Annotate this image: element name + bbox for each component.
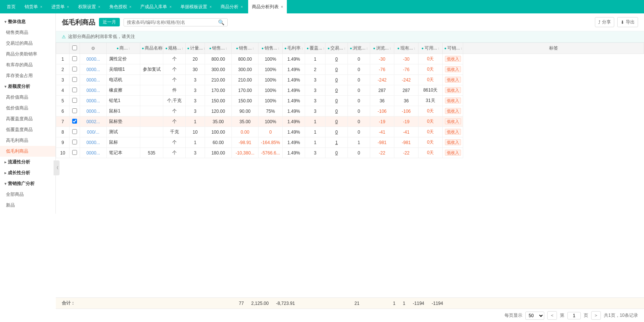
row-checkbox[interactable]	[72, 87, 77, 92]
search-icon[interactable]: 🔍	[218, 19, 224, 25]
row-checkbox[interactable]	[72, 56, 77, 61]
nav-close-role[interactable]: ×	[129, 5, 132, 9]
cell-checkbox[interactable]	[70, 148, 80, 158]
sort-icon-6[interactable]: ↕	[252, 47, 254, 50]
nav-product-analysis-list[interactable]: 商品分析列表 ×	[248, 0, 287, 13]
export-button[interactable]: ⬇ 导出	[617, 17, 638, 27]
cell-view1[interactable]: 0	[326, 64, 348, 75]
table-container[interactable]: ⚙ ●商...↕ ●商品名称↕ ●规格...↕ ●计量...↕	[56, 42, 644, 297]
sidebar-item-high-coverage[interactable]: 高覆盖度商品	[0, 114, 55, 124]
sidebar-section-growth[interactable]: ▸ 成长性分析	[0, 168, 55, 178]
next-page-btn[interactable]: ＞	[591, 311, 601, 320]
page-input[interactable]	[567, 312, 581, 319]
sidebar-item-high-value[interactable]: 高价值商品	[0, 92, 55, 103]
cell-view1[interactable]: 0	[326, 96, 348, 106]
cell-checkbox[interactable]	[70, 85, 80, 96]
sidebar-item-all-goods[interactable]: 全部商品	[0, 189, 55, 200]
sort-icon-13[interactable]: ↕	[414, 47, 416, 50]
nav-close-product[interactable]: ×	[169, 5, 172, 9]
settings-icon[interactable]: ⚙	[91, 46, 95, 51]
th-settings[interactable]: ⚙	[80, 43, 107, 54]
nav-template[interactable]: 单据模板设置 ×	[177, 0, 215, 13]
nav-purchase[interactable]: 进货单 ×	[48, 0, 73, 13]
sidebar-item-high-margin[interactable]: 高毛利商品	[0, 135, 55, 146]
cell-sales-qty: 1	[186, 137, 205, 148]
sort-icon-15[interactable]: ↕	[461, 47, 462, 50]
cell-sales-price: 60.00	[205, 137, 232, 148]
sort-icon-14[interactable]: ↕	[438, 47, 440, 50]
row-checkbox[interactable]	[72, 98, 77, 103]
nav-close-permission[interactable]: ×	[98, 5, 100, 9]
row-checkbox[interactable]	[72, 108, 77, 113]
search-input[interactable]	[127, 20, 218, 25]
cell-view1[interactable]: 0	[326, 127, 348, 137]
cell-checkbox[interactable]	[70, 75, 80, 85]
sort-icon[interactable]: ↕	[128, 47, 130, 50]
cell-view1[interactable]: 0	[326, 106, 348, 117]
cell-view1[interactable]: 1	[326, 137, 348, 148]
cell-view1[interactable]: 0	[326, 75, 348, 85]
cell-view1[interactable]: 0	[326, 54, 348, 64]
nav-close-template[interactable]: ×	[209, 5, 212, 9]
sidebar-item-traded-goods[interactable]: 交易过的商品	[0, 38, 55, 49]
sort-icon-10[interactable]: ↕	[344, 47, 346, 50]
th-saleable: ●可销...↕	[443, 43, 463, 54]
share-button[interactable]: ⤴ 分享	[595, 17, 614, 27]
sidebar-item-low-value[interactable]: 低价值商品	[0, 103, 55, 114]
cell-view1[interactable]: 0	[326, 117, 348, 127]
sidebar-item-capital-usage[interactable]: 库存资金占用	[0, 70, 55, 81]
sort-icon-3[interactable]: ↕	[182, 47, 183, 50]
row-checkbox[interactable]	[72, 129, 77, 134]
cell-view1[interactable]: 0	[326, 148, 348, 158]
sort-icon-9[interactable]: ↕	[323, 47, 325, 50]
nav-permission[interactable]: 权限设置 ×	[74, 0, 104, 13]
notice-text: 这部分商品的利润非常低，请关注	[68, 34, 135, 40]
cell-checkbox[interactable]	[70, 54, 80, 64]
nav-product-in[interactable]: 产成品入库单 ×	[137, 0, 175, 13]
sidebar-item-category-rate[interactable]: 商品分类助销率	[0, 49, 55, 60]
nav-close-analysis[interactable]: ×	[241, 5, 243, 9]
nav-product-analysis[interactable]: 商品分析 ×	[217, 0, 247, 13]
cell-checkbox[interactable]	[70, 64, 80, 75]
sidebar-item-low-margin[interactable]: 低毛利商品	[0, 146, 55, 157]
sidebar-section-flow[interactable]: ▸ 流通性分析	[0, 157, 55, 168]
sort-icon-8[interactable]: ↕	[301, 47, 303, 50]
nav-close-purchase[interactable]: ×	[67, 5, 69, 9]
per-page-select[interactable]: 50 100 200	[525, 312, 544, 320]
select-all-checkbox[interactable]	[72, 45, 77, 50]
nav-home[interactable]: 首页	[3, 0, 19, 13]
cell-checkbox[interactable]	[70, 117, 80, 127]
sort-icon-11[interactable]: ↕	[366, 47, 368, 50]
sort-icon-12[interactable]: ↕	[390, 47, 391, 50]
tag-badge: 低收入	[445, 118, 461, 124]
sidebar-section-marketing[interactable]: ▾ 营销推广分析	[0, 178, 55, 189]
sidebar-section-overall[interactable]: ▾ 整体信息	[0, 16, 55, 27]
row-checkbox[interactable]	[72, 119, 77, 124]
cell-gross-rate: 100%	[259, 85, 283, 96]
sort-icon-5[interactable]: ↕	[225, 47, 227, 50]
nav-close-list[interactable]: ×	[281, 5, 283, 9]
row-checkbox[interactable]	[72, 77, 77, 82]
filter-recent-month-btn[interactable]: 近一月	[99, 18, 120, 26]
cell-checkbox[interactable]	[70, 127, 80, 137]
cell-saleable: 8610天	[419, 85, 443, 96]
th-checkbox[interactable]	[70, 43, 80, 54]
sidebar-item-low-coverage[interactable]: 低覆盖度商品	[0, 124, 55, 135]
sidebar-item-new-goods[interactable]: 新品	[0, 200, 55, 211]
sidebar-item-sales-goods[interactable]: 销售类商品	[0, 27, 55, 38]
prev-page-btn[interactable]: ＜	[547, 311, 557, 320]
row-checkbox[interactable]	[72, 67, 77, 71]
nav-sales-order[interactable]: 销货单 ×	[21, 0, 46, 13]
nav-role[interactable]: 角色授权 ×	[106, 0, 135, 13]
row-checkbox[interactable]	[72, 140, 77, 144]
cell-current: -981	[370, 137, 394, 148]
sort-icon-7[interactable]: ↕	[278, 47, 280, 50]
sidebar-item-inventory-goods[interactable]: 有库存的商品	[0, 60, 55, 70]
cell-checkbox[interactable]	[70, 137, 80, 148]
nav-close-sales[interactable]: ×	[40, 5, 42, 9]
cell-view1[interactable]: 0	[326, 85, 348, 96]
cell-checkbox[interactable]	[70, 106, 80, 117]
cell-checkbox[interactable]	[70, 96, 80, 106]
row-checkbox[interactable]	[72, 150, 77, 155]
sidebar-section-margin[interactable]: ▾ 差额度分析	[0, 81, 55, 92]
